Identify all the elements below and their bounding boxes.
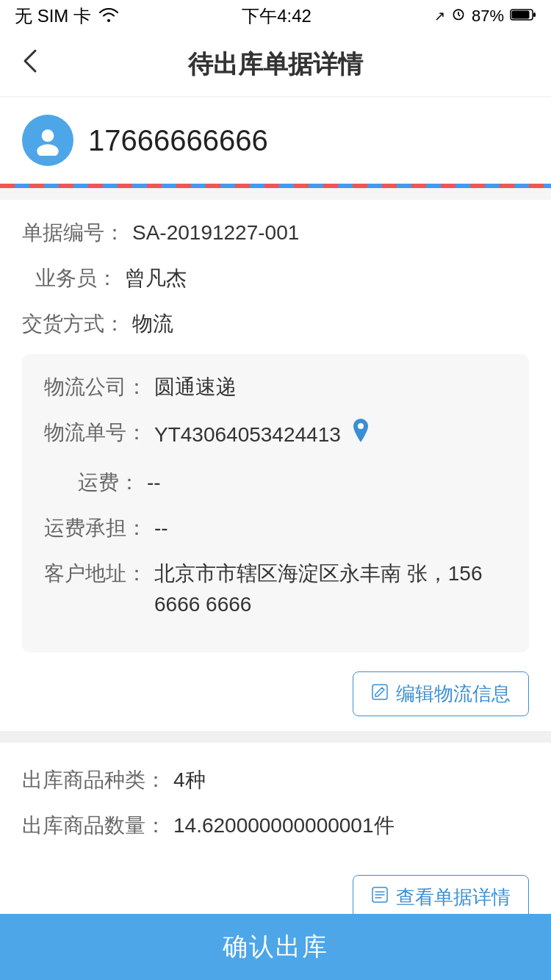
quantity-row: 出库商品数量： 14.620000000000001件 xyxy=(22,810,529,841)
agent-label: 业务员： xyxy=(22,263,125,294)
svg-rect-2 xyxy=(512,11,530,19)
type-value: 4种 xyxy=(173,765,529,796)
outbound-count-section: 出库商品种类： 4种 出库商品数量： 14.620000000000001件 xyxy=(0,743,551,863)
document-row: 单据编号： SA-20191227-001 xyxy=(22,217,529,248)
carrier-text: 无 SIM 卡 xyxy=(15,4,91,28)
view-detail-button[interactable]: 查看单据详情 xyxy=(353,875,529,920)
freight-bearer-row: 运费承担： -- xyxy=(44,513,507,544)
svg-rect-7 xyxy=(372,685,387,699)
delivery-label: 交货方式： xyxy=(22,309,132,339)
detail-icon xyxy=(371,886,389,909)
view-detail-label: 查看单据详情 xyxy=(396,884,511,910)
freight-row: 运费： -- xyxy=(44,467,507,498)
edit-button-label: 编辑物流信息 xyxy=(396,681,511,707)
order-info-section: 单据编号： SA-20191227-001 业务员： 曾凡杰 交货方式： 物流 … xyxy=(0,200,551,660)
svg-point-6 xyxy=(358,423,364,429)
company-name: 圆通速递 xyxy=(154,372,507,403)
wifi-icon xyxy=(98,6,119,26)
status-left: 无 SIM 卡 xyxy=(15,4,119,28)
quantity-value: 14.620000000000001件 xyxy=(173,810,529,841)
quantity-label: 出库商品数量： xyxy=(22,810,173,841)
freight-bearer-label: 运费承担： xyxy=(44,513,154,544)
edit-action-row: 编辑物流信息 xyxy=(0,660,551,731)
tracking-row: 物流单号： YT43064053424413 xyxy=(44,417,507,453)
freight-bearer-value: -- xyxy=(154,513,507,544)
delivery-row: 交货方式： 物流 xyxy=(22,309,529,339)
address-value: 北京市市辖区海淀区永丰南 张，156 6666 6666 xyxy=(154,558,507,620)
status-bar: 无 SIM 卡 下午4:42 ↗ 87% xyxy=(0,0,551,32)
company-label: 物流公司： xyxy=(44,372,154,403)
customer-avatar xyxy=(22,115,73,166)
agent-name: 曾凡杰 xyxy=(125,263,529,294)
location-pin-icon[interactable] xyxy=(350,417,372,453)
address-label: 客户地址： xyxy=(44,558,154,589)
freight-value: -- xyxy=(147,467,507,498)
time-text: 下午4:42 xyxy=(242,4,311,28)
nav-bar: 待出库单据详情 xyxy=(0,32,551,97)
confirm-button-label: 确认出库 xyxy=(223,932,328,960)
section-separator xyxy=(0,731,551,743)
freight-label: 运费： xyxy=(44,467,147,498)
battery-text: 87% xyxy=(472,7,504,26)
confirm-outbound-button[interactable]: 确认出库 xyxy=(0,914,551,980)
tracking-number: YT43064053424413 xyxy=(154,417,507,453)
tracking-label: 物流单号： xyxy=(44,417,154,448)
svg-rect-3 xyxy=(533,12,536,17)
document-number: SA-20191227-001 xyxy=(132,217,529,248)
back-button[interactable] xyxy=(22,48,38,81)
type-label: 出库商品种类： xyxy=(22,765,173,796)
dashed-divider xyxy=(0,184,551,188)
company-row: 物流公司： 圆通速递 xyxy=(44,372,507,403)
location-status-icon: ↗ xyxy=(434,8,445,24)
svg-point-4 xyxy=(42,129,54,142)
status-right: ↗ 87% xyxy=(434,7,536,26)
svg-point-5 xyxy=(37,144,58,156)
logistics-box: 物流公司： 圆通速递 物流单号： YT43064053424413 运费： xyxy=(22,354,529,652)
page-title: 待出库单据详情 xyxy=(188,48,363,82)
customer-section: 17666666666 xyxy=(0,97,551,184)
document-label: 单据编号： xyxy=(22,217,132,248)
customer-phone: 17666666666 xyxy=(88,124,268,157)
alarm-icon xyxy=(451,7,466,26)
address-row: 客户地址： 北京市市辖区海淀区永丰南 张，156 6666 6666 xyxy=(44,558,507,620)
edit-logistics-button[interactable]: 编辑物流信息 xyxy=(353,671,529,716)
type-row: 出库商品种类： 4种 xyxy=(22,765,529,796)
battery-icon xyxy=(510,7,536,26)
delivery-method: 物流 xyxy=(132,309,529,339)
agent-row: 业务员： 曾凡杰 xyxy=(22,263,529,294)
edit-icon xyxy=(371,683,389,705)
